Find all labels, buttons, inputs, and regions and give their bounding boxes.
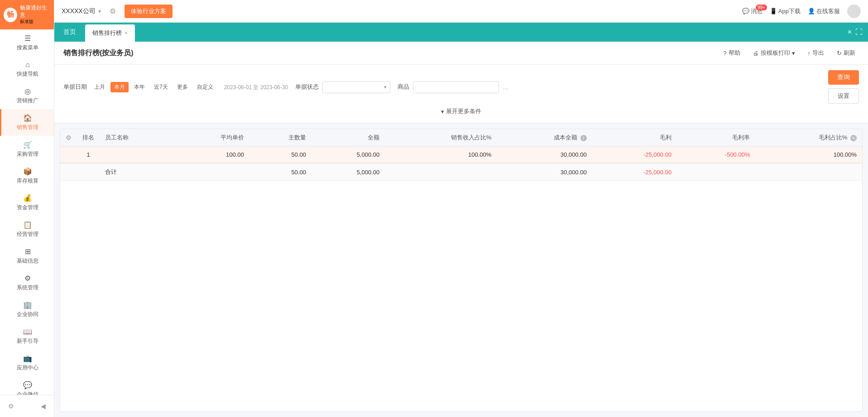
sidebar-item-marketing[interactable]: ◎ 营销推广	[0, 82, 54, 109]
row-cost: 30,000.00	[497, 147, 592, 163]
status-filter-label: 单据状态	[295, 83, 319, 91]
system-icon: ⚙	[24, 274, 31, 283]
footer-gross-pct	[755, 163, 862, 181]
row-sales-pct: 100.00%	[385, 147, 497, 163]
date-tab-7days[interactable]: 近7天	[150, 82, 172, 92]
date-tab-current-month[interactable]: 本月	[110, 82, 129, 92]
table-wrapper: ⚙ 排名 员工名称 平均单价 主数量 全额 销售收入占比% 成本全额	[60, 129, 863, 412]
sidebar-item-finance[interactable]: 💰 资金管理	[0, 189, 54, 216]
row-gross-pct: 100.00%	[755, 147, 862, 163]
goods-input[interactable]	[413, 81, 499, 93]
status-select[interactable]	[322, 81, 390, 93]
sidebar: 畅 畅康通好生意 标准版 ☰ 搜索菜单 ⌂ 快捷导航 ◎ 营销推广 🏠 销售管理…	[0, 0, 54, 417]
col-gross-profit-header: 毛利	[592, 129, 677, 147]
purchase-icon: 🛒	[23, 140, 32, 149]
sidebar-item-system[interactable]: ⚙ 系统管理	[0, 269, 54, 296]
inventory-icon: 📦	[23, 167, 32, 176]
table-area: ⚙ 排名 员工名称 平均单价 主数量 全额 销售收入占比% 成本全额	[54, 123, 868, 417]
trial-button[interactable]: 体验行业方案	[125, 5, 173, 18]
sidebar-item-inventory[interactable]: 📦 库存核算	[0, 163, 54, 189]
cost-info-icon[interactable]: i	[580, 135, 587, 141]
sidebar-logo: 畅 畅康通好生意 标准版	[0, 0, 54, 29]
tab-maximize-button[interactable]: ⛶	[855, 28, 863, 36]
expand-filters-button[interactable]: ▾ 展开更多条件	[436, 105, 487, 117]
template-print-button[interactable]: 🖨 按模板打印 ▾	[749, 47, 799, 59]
online-service-button[interactable]: 👤 在线客服	[808, 7, 840, 15]
tabs-controls: × ⛶	[842, 28, 868, 36]
row-gross-rate: -500.00%	[677, 147, 755, 163]
sidebar-item-basics[interactable]: ⊞ 基础信息	[0, 243, 54, 269]
col-gross-rate-header: 毛利率	[677, 129, 755, 147]
footer-label: 合计	[100, 163, 174, 181]
topbar-right: 💬 消息 99+ 📱 App下载 👤 在线客服	[742, 5, 861, 18]
sidebar-item-sales[interactable]: 🏠 销售管理	[0, 109, 54, 136]
goods-filter: 商品 …	[398, 81, 508, 93]
filter-settings-button[interactable]: 设置	[828, 88, 859, 104]
sidebar-item-operations[interactable]: 📋 经营管理	[0, 216, 54, 243]
filter-row-1: 单据日期 上月 本月 本年 近7天 更多 自定义 2023-06-01 至 20…	[63, 70, 859, 104]
page-actions: ? 帮助 🖨 按模板打印 ▾ ↑ 导出 ↻ 刷新	[719, 47, 859, 59]
guide-icon: 📖	[23, 327, 32, 336]
date-tab-current-year[interactable]: 本年	[130, 82, 149, 92]
basics-icon: ⊞	[25, 247, 31, 256]
date-tab-more[interactable]: 更多	[173, 82, 192, 92]
sidebar-item-shortcut[interactable]: ⌂ 快捷导航	[0, 56, 54, 82]
sidebar-settings-button[interactable]: ⚙	[5, 400, 17, 412]
app-download-button[interactable]: 📱 App下载	[770, 7, 801, 15]
expand-icon: ▾	[441, 108, 444, 115]
sidebar-item-wechat[interactable]: 💬 企业微信	[0, 376, 54, 395]
enterprise-icon: 🏢	[23, 301, 32, 309]
date-tabs: 上月 本月 本年 近7天 更多 自定义	[91, 82, 217, 92]
home-icon: ⌂	[25, 61, 30, 69]
col-rank-header: 排名	[77, 129, 100, 147]
row-settings	[60, 147, 77, 163]
column-settings-icon[interactable]: ⚙	[66, 134, 72, 141]
tab-home[interactable]: 首页	[54, 24, 85, 41]
help-button[interactable]: ? 帮助	[719, 47, 743, 59]
sidebar-item-enterprise[interactable]: 🏢 企业协同	[0, 296, 54, 323]
col-avg-price-header: 平均单价	[174, 129, 249, 147]
message-button[interactable]: 💬 消息 99+	[742, 7, 762, 15]
filter-right-actions: 查询 设置	[828, 70, 859, 104]
search-menu-icon: ☰	[24, 34, 31, 43]
export-button[interactable]: ↑ 导出	[804, 47, 828, 59]
refresh-button[interactable]: ↻ 刷新	[833, 47, 859, 59]
sidebar-item-guide[interactable]: 📖 新手引导	[0, 323, 54, 350]
logo-text: 畅康通好生意 标准版	[20, 5, 50, 25]
gross-pct-info-icon[interactable]: %	[850, 135, 857, 141]
table-row: 1 100.00 50.00 5,000.00 100.00% 30,000.0…	[60, 147, 862, 163]
tab-sales-ranking[interactable]: 销售排行榜 ×	[85, 24, 135, 42]
more-filters-indicator: …	[503, 84, 508, 91]
filter-area: 单据日期 上月 本月 本年 近7天 更多 自定义 2023-06-01 至 20…	[54, 65, 868, 123]
sidebar-item-search[interactable]: ☰ 搜索菜单	[0, 29, 54, 56]
col-sales-pct-header: 销售收入占比%	[385, 129, 497, 147]
row-rank: 1	[77, 147, 100, 163]
status-filter: 单据状态	[295, 81, 390, 93]
avatar[interactable]	[847, 5, 861, 18]
topbar-settings-button[interactable]: ⚙	[106, 5, 119, 18]
print-icon: 🖨	[753, 50, 759, 57]
date-filter: 单据日期 上月 本月 本年 近7天 更多 自定义	[63, 82, 217, 92]
sidebar-item-purchase[interactable]: 🛒 采购管理	[0, 136, 54, 163]
footer-avg-price	[174, 163, 249, 181]
sidebar-collapse-button[interactable]: ◀	[37, 400, 49, 412]
row-avg-price: 100.00	[174, 147, 249, 163]
date-tab-last-month[interactable]: 上月	[91, 82, 109, 92]
footer-gross-profit: -25,000.00	[592, 163, 677, 181]
query-button[interactable]: 查询	[828, 70, 859, 85]
tab-close-window-button[interactable]: ×	[848, 28, 852, 36]
appstore-icon: 📺	[23, 354, 32, 363]
table-body: 1 100.00 50.00 5,000.00 100.00% 30,000.0…	[60, 147, 862, 163]
company-chevron-icon: ▾	[98, 8, 101, 14]
row-employee	[100, 147, 174, 163]
main-content: XXXXX公司 ▾ ⚙ 体验行业方案 💬 消息 99+ 📱 App下载 👤 在线…	[54, 0, 868, 417]
tab-close-icon[interactable]: ×	[125, 30, 128, 36]
print-chevron-icon: ▾	[792, 50, 795, 57]
date-range-display: 2023-06-01 至 2023-06-30	[224, 83, 288, 91]
company-selector[interactable]: XXXXX公司 ▾	[62, 7, 101, 15]
footer-gross-rate	[677, 163, 755, 181]
date-tab-custom[interactable]: 自定义	[193, 82, 217, 92]
sidebar-item-appstore[interactable]: 📺 应用中心	[0, 350, 54, 376]
row-quantity: 50.00	[249, 147, 312, 163]
export-icon: ↑	[808, 50, 811, 57]
